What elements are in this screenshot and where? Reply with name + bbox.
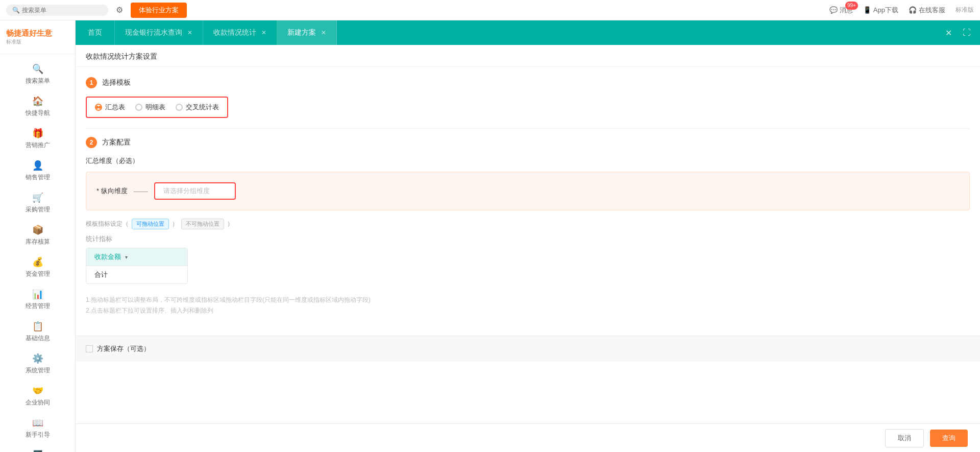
sidebar-logo: 畅捷通好生意 标准版 (0, 25, 75, 54)
chart-icon: 📊 (32, 289, 43, 300)
cart-icon: 🛒 (32, 192, 43, 203)
tab-cashflow-label: 现金银行流水查询 (125, 28, 182, 37)
tab-receipts[interactable]: 收款情况统计 ✕ (203, 20, 277, 45)
query-button[interactable]: 查询 (930, 430, 968, 447)
cancel-button[interactable]: 取消 (885, 429, 924, 447)
user-icon: 👤 (32, 160, 43, 171)
radio-cross-label: 交叉统计表 (186, 103, 219, 112)
step1-section: 1 选择模板 汇总表 (86, 77, 970, 118)
radio-cross-circle (176, 104, 183, 111)
template-radio-group: 汇总表 明细表 交叉统计表 (95, 103, 219, 112)
save-option-bar: 方案保存（可选） (76, 336, 980, 362)
sidebar: 畅捷通好生意 标准版 🔍 搜索菜单 🏠 快捷导航 🎁 营销推广 👤 销售管理 🛒… (0, 20, 76, 452)
monitor-icon: 🖥️ (32, 449, 43, 452)
content-area: 首页 现金银行流水查询 ✕ 收款情况统计 ✕ 新建方案 ✕ ✕ ⛶ (76, 20, 980, 452)
metrics-table: 收款金额 ▾ 合计 (86, 248, 188, 284)
radio-detail[interactable]: 明细表 (135, 103, 165, 112)
step2-section: 2 方案配置 汇总维度（必选） * 纵向维度 —— 请选择分组维度 (86, 137, 970, 315)
settings-icon[interactable]: ⚙ (112, 3, 127, 17)
tips-area: 1.拖动标题栏可以调整布局，不可跨维度或指标区域拖动栏目字段(只能在同一维度或指… (86, 296, 970, 315)
tab-close-all-icon[interactable]: ✕ (941, 26, 955, 40)
vertical-dimension-row: * 纵向维度 —— 请选择分组维度 (96, 182, 959, 200)
sidebar-item-system[interactable]: ⚙️ 系统管理 (0, 348, 75, 380)
box-icon: 📦 (32, 224, 43, 235)
search-bar[interactable]: 🔍 (6, 5, 108, 16)
radio-summary[interactable]: 汇总表 (95, 103, 125, 112)
radio-detail-circle (135, 104, 142, 111)
tab-home[interactable]: 首页 (76, 20, 115, 45)
draggable-tag: 可拖动位置 (132, 219, 169, 229)
logo-main: 畅捷通好生意 (6, 29, 69, 38)
sidebar-label-guide: 新手引导 (26, 431, 50, 439)
sidebar-item-finance[interactable]: 💰 资金管理 (0, 251, 75, 283)
sidebar-label-operation: 经营管理 (26, 302, 50, 311)
sidebar-item-basic[interactable]: 📋 基础信息 (0, 316, 75, 348)
metrics-config-label-close: ） (172, 220, 178, 228)
radio-summary-label: 汇总表 (105, 103, 125, 112)
sidebar-label-marketing: 营销推广 (26, 141, 50, 150)
metrics-table-header[interactable]: 收款金额 ▾ (86, 248, 187, 266)
step1-header: 1 选择模板 (86, 77, 970, 88)
tips-item-1: 1.拖动标题栏可以调整布局，不可跨维度或指标区域拖动栏目字段(只能在同一维度或指… (86, 296, 970, 304)
tips-item-2: 2.点击标题栏下拉可设置排序、插入列和删除列 (86, 306, 970, 315)
tab-bar: 首页 现金银行流水查询 ✕ 收款情况统计 ✕ 新建方案 ✕ ✕ ⛶ (76, 20, 980, 45)
sidebar-item-inventory[interactable]: 📦 库存核算 (0, 219, 75, 251)
tab-cashflow-close[interactable]: ✕ (187, 29, 192, 36)
form-area: 1 选择模板 汇总表 (76, 67, 980, 336)
sidebar-item-guide[interactable]: 📖 新手引导 (0, 412, 75, 444)
template-selection-box: 汇总表 明细表 交叉统计表 (86, 97, 228, 118)
bottom-action-bar: 取消 查询 (76, 423, 980, 452)
dimension-selector[interactable]: 请选择分组维度 (154, 182, 236, 200)
step2-num: 2 (86, 137, 97, 148)
save-checkbox[interactable] (86, 345, 93, 352)
metrics-config-label: 模板指标设定（ (86, 220, 129, 228)
tab-cashflow[interactable]: 现金银行流水查询 ✕ (115, 20, 203, 45)
tab-new-plan-label: 新建方案 (287, 28, 316, 37)
dimension-arrow: —— (134, 187, 148, 195)
sidebar-label-coop: 企业协同 (26, 398, 50, 407)
home-icon: 🏠 (32, 96, 43, 107)
trial-button[interactable]: 体验行业方案 (131, 3, 187, 18)
metrics-col1-header: 收款金额 (94, 252, 121, 261)
sidebar-item-coop[interactable]: 🤝 企业协同 (0, 380, 75, 412)
step1-num: 1 (86, 77, 97, 88)
sidebar-label-sales: 销售管理 (26, 173, 50, 182)
sidebar-item-sales[interactable]: 👤 销售管理 (0, 155, 75, 187)
download-button[interactable]: 📱 App下载 (863, 6, 898, 15)
search-nav-icon: 🔍 (32, 63, 43, 75)
metrics-hint: 模板指标设定（ 可拖动位置 ） 不可拖动位置 ） (86, 219, 970, 229)
sidebar-item-search[interactable]: 🔍 搜索菜单 (0, 58, 75, 90)
dimension-area: * 纵向维度 —— 请选择分组维度 (86, 172, 970, 210)
summary-dimension-label: 汇总维度（必选） (86, 156, 970, 165)
search-input[interactable] (22, 7, 99, 14)
page-title: 收款情况统计方案设置 (86, 52, 157, 60)
tab-receipts-close[interactable]: ✕ (261, 29, 266, 36)
consult-button[interactable]: 🎧 在线客服 (909, 6, 945, 15)
sidebar-label-finance: 资金管理 (26, 270, 50, 278)
tab-new-plan-close[interactable]: ✕ (321, 29, 326, 36)
sidebar-item-purchase[interactable]: 🛒 采购管理 (0, 187, 75, 219)
step2-header: 2 方案配置 (86, 137, 970, 148)
sidebar-label-system: 系统管理 (26, 366, 50, 375)
step2-title: 方案配置 (102, 138, 131, 147)
settings-nav-icon: ⚙️ (32, 353, 43, 364)
page-inner: 收款情况统计方案设置 1 选择模板 (76, 45, 980, 423)
main-layout: 畅捷通好生意 标准版 🔍 搜索菜单 🏠 快捷导航 🎁 营销推广 👤 销售管理 🛒… (0, 20, 980, 452)
top-bar: 🔍 ⚙ 体验行业方案 💬 消息 99+ 📱 App下载 🎧 在线客服 标准版 (0, 0, 980, 20)
metrics-section: 模板指标设定（ 可拖动位置 ） 不可拖动位置 ） 统计指标 收款金额 (86, 219, 970, 286)
message-button[interactable]: 💬 消息 99+ (829, 6, 853, 15)
tab-new-plan[interactable]: 新建方案 ✕ (277, 20, 337, 45)
sidebar-item-nav[interactable]: 🏠 快捷导航 (0, 90, 75, 123)
top-bar-right: 💬 消息 99+ 📱 App下载 🎧 在线客服 标准版 (829, 6, 974, 15)
sidebar-item-hardware[interactable]: 🖥️ 智能硬件 (0, 444, 75, 452)
sidebar-label-purchase: 采购管理 (26, 205, 50, 214)
tab-expand-icon[interactable]: ⛶ (960, 26, 974, 40)
sidebar-item-marketing[interactable]: 🎁 营销推广 (0, 123, 75, 155)
radio-cross[interactable]: 交叉统计表 (176, 103, 219, 112)
money-icon: 💰 (32, 256, 43, 268)
sidebar-item-operation[interactable]: 📊 经营管理 (0, 283, 75, 316)
message-badge: 99+ (845, 2, 858, 10)
vertical-label: * 纵向维度 (96, 186, 128, 196)
handshake-icon: 🤝 (32, 385, 43, 396)
message-icon: 💬 (829, 6, 838, 14)
